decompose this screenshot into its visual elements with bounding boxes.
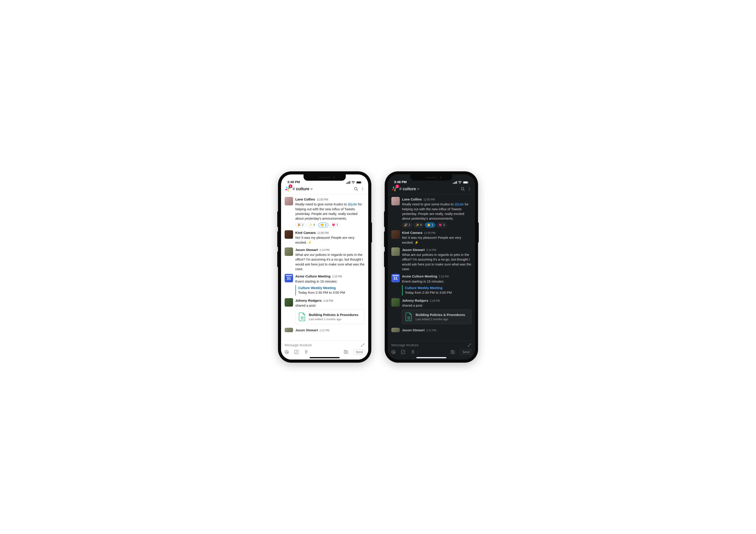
- avatar[interactable]: [392, 298, 400, 307]
- workspace-logo[interactable]: 1: [284, 186, 290, 192]
- svg-rect-5: [357, 182, 361, 183]
- message-list[interactable]: Lane Collins12:50 PM Really need to give…: [281, 194, 368, 341]
- timestamp: 2:15 PM: [439, 275, 449, 279]
- notch: [410, 175, 452, 181]
- avatar[interactable]: [392, 247, 400, 256]
- timestamp: 2:15 PM: [332, 275, 342, 279]
- message-list[interactable]: Lane Collins12:50 PM Really need to give…: [388, 194, 475, 341]
- unread-badge: 1: [395, 184, 399, 188]
- slash-command-icon[interactable]: [294, 350, 299, 354]
- svg-point-29: [461, 187, 464, 190]
- cellular-icon: [453, 181, 457, 184]
- message[interactable]: Jason Stewart2:22 PM: [388, 326, 475, 332]
- home-indicator: [417, 357, 446, 358]
- message[interactable]: Lane Collins12:50 PM Really need to give…: [388, 195, 475, 229]
- slash-command-icon[interactable]: [401, 350, 406, 354]
- search-icon[interactable]: [354, 186, 359, 191]
- file-attachment[interactable]: Building Policies & Procedures Last edit…: [295, 310, 364, 324]
- mention[interactable]: @julie: [454, 202, 464, 206]
- avatar[interactable]: [284, 197, 293, 205]
- workspace-logo[interactable]: 1: [392, 186, 397, 192]
- chevron-down-icon: [417, 187, 419, 190]
- send-button[interactable]: Send: [353, 349, 365, 355]
- photo-icon[interactable]: [450, 350, 455, 354]
- avatar[interactable]: [392, 230, 400, 239]
- reaction[interactable]: 🎉2: [402, 222, 412, 227]
- reaction[interactable]: 👏1: [425, 222, 435, 227]
- file-title: Building Policies & Procedures: [416, 312, 465, 317]
- event-card[interactable]: Culture Weekly Meeting Today from 2:30 P…: [402, 285, 472, 295]
- event-title[interactable]: Culture Weekly Meeting: [298, 286, 364, 290]
- message[interactable]: Kiné Camara12:55 PM No! It was my pleasu…: [281, 229, 368, 246]
- file-subtitle: Last edited 2 months ago: [416, 317, 465, 321]
- avatar[interactable]: [284, 298, 293, 307]
- timestamp: 12:55 PM: [424, 231, 435, 235]
- reaction[interactable]: ✨8: [414, 222, 424, 227]
- reaction[interactable]: 👏1: [318, 222, 328, 227]
- overflow-icon[interactable]: [361, 186, 364, 191]
- message[interactable]: 31 Acme Culture Meeting2:15 PM Event sta…: [388, 272, 475, 296]
- svg-rect-3: [350, 181, 350, 184]
- file-attachment[interactable]: Building Policies & Procedures Last edit…: [402, 310, 472, 324]
- svg-rect-22: [453, 183, 454, 184]
- photo-icon[interactable]: [343, 350, 348, 354]
- timestamp: 12:55 PM: [317, 231, 329, 235]
- calendar-icon[interactable]: 31: [284, 274, 293, 282]
- event-card[interactable]: Culture Weekly Meeting Today from 2:30 P…: [295, 285, 364, 295]
- calendar-icon[interactable]: 31: [392, 274, 400, 282]
- mention-icon[interactable]: [284, 350, 289, 354]
- home-indicator: [310, 357, 340, 358]
- reactions: 🎉2 ✨8 👏1 💗3: [295, 222, 364, 227]
- reaction[interactable]: 💗3: [437, 222, 447, 227]
- reaction[interactable]: ✨8: [307, 222, 317, 227]
- expand-icon[interactable]: [467, 343, 472, 347]
- message[interactable]: Kiné Camara12:55 PM No! It was my pleasu…: [388, 229, 475, 246]
- author: Johnny Rodgers: [295, 298, 321, 303]
- event-title[interactable]: Culture Weekly Meeting: [405, 286, 472, 290]
- author: Acme Culture Meeting: [295, 274, 330, 279]
- author: Lane Collins: [402, 197, 422, 202]
- phone-dark: 3:48 PM 1 #culture: [385, 171, 478, 363]
- author: Jason Stewart: [402, 247, 425, 252]
- wifi-icon: [351, 181, 355, 184]
- wifi-icon: [458, 181, 462, 184]
- avatar[interactable]: [392, 197, 400, 205]
- status-time: 3:48 PM: [287, 180, 300, 184]
- send-button[interactable]: Send: [460, 349, 472, 355]
- avatar[interactable]: [392, 328, 400, 332]
- message[interactable]: Jason Stewart2:22 PM: [281, 326, 368, 332]
- attachment-icon[interactable]: [304, 350, 309, 354]
- expand-icon[interactable]: [361, 343, 364, 347]
- document-icon: [405, 312, 413, 321]
- svg-point-11: [363, 190, 363, 190]
- message[interactable]: Jason Stewart2:14 PM What are our polici…: [388, 246, 475, 272]
- message-text: Event starting in 15 minutes:: [402, 279, 472, 284]
- svg-point-38: [393, 351, 394, 353]
- svg-point-9: [363, 187, 363, 188]
- attachment-icon[interactable]: [411, 350, 415, 354]
- avatar[interactable]: [284, 247, 293, 256]
- mention[interactable]: @julie: [348, 202, 357, 206]
- svg-point-37: [392, 350, 395, 354]
- svg-rect-21: [345, 350, 346, 351]
- status-icons: [346, 181, 362, 184]
- channel-name: culture: [403, 187, 416, 191]
- channel-title[interactable]: #culture: [293, 187, 313, 191]
- search-icon[interactable]: [460, 186, 465, 191]
- channel-title[interactable]: #culture: [399, 187, 419, 191]
- message[interactable]: Jason Stewart2:14 PM What are our polici…: [281, 246, 368, 272]
- message[interactable]: 31 Acme Culture Meeting2:15 PM Event sta…: [281, 272, 368, 296]
- reaction[interactable]: 🎉2: [295, 222, 306, 227]
- message[interactable]: Lane Collins12:50 PM Really need to give…: [281, 195, 368, 229]
- avatar[interactable]: [284, 328, 293, 332]
- message-input[interactable]: [284, 343, 361, 347]
- message-input[interactable]: [392, 343, 467, 347]
- avatar[interactable]: [284, 230, 293, 239]
- svg-rect-0: [346, 183, 347, 184]
- reaction[interactable]: 💗3: [330, 222, 340, 227]
- message[interactable]: Johnny Rodgers2:18 PM shared a post Buil…: [281, 296, 368, 325]
- svg-rect-25: [456, 181, 457, 184]
- message[interactable]: Johnny Rodgers2:18 PM shared a post Buil…: [388, 296, 475, 325]
- mention-icon[interactable]: [391, 350, 396, 354]
- overflow-icon[interactable]: [467, 186, 472, 191]
